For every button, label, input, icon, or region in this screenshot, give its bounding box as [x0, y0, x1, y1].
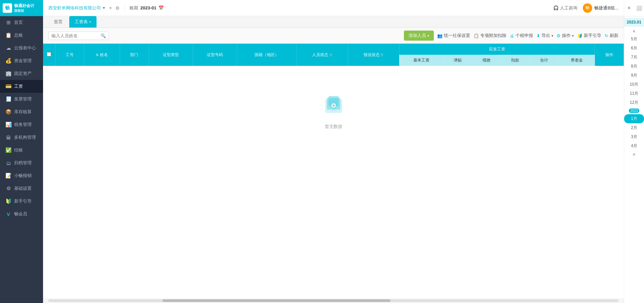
sidebar-item-archive[interactable]: 🗂 归档管理 — [0, 157, 43, 169]
service-button[interactable]: 🎧 人工咨询 — [553, 5, 577, 11]
username: 畅捷通B组... — [594, 5, 618, 11]
empty-icon — [320, 93, 347, 120]
add-person-button[interactable]: 添加人员 ▾ — [404, 31, 434, 41]
month-5[interactable]: 5月 — [624, 35, 644, 44]
filter-icon2[interactable]: ▽ — [381, 53, 383, 57]
sidebar-item-invoice[interactable]: 🧾 发票管理 — [0, 93, 43, 105]
month-9[interactable]: 9月 — [624, 71, 644, 80]
sidebar-item-ledger[interactable]: 📋 总账 — [0, 29, 43, 42]
sidebar-item-settings[interactable]: ⚙ 基础设置 — [0, 182, 43, 195]
guide-button[interactable]: 🔰 新手引导 — [577, 33, 601, 39]
sidebar-item-label: 新手引导 — [14, 198, 32, 204]
sidebar-item-member[interactable]: V 畅会员 — [0, 208, 43, 220]
divider — [124, 5, 125, 11]
cloud-icon: ☁ — [5, 45, 11, 51]
th-action: 操作 — [595, 44, 624, 66]
sidebar-item-guide[interactable]: 🔰 新手引导 — [0, 195, 43, 208]
social-security-button[interactable]: 👥 统一社保设置 — [437, 33, 470, 39]
salary-icon: 💳 — [5, 83, 11, 89]
topbar: 西安虾米网络科技有限公司 ▼ + ⚙ 账期 2023-01 📅 🎧 人工咨询 畅… — [43, 0, 624, 16]
right-panel: × ⬜ 2023.01 ▲ 5月 6月 7月 8月 9月 10月 11月 12月… — [624, 0, 644, 303]
th-total: 合计 — [530, 55, 559, 66]
month-10[interactable]: 10月 — [624, 80, 644, 89]
scrollbar-area[interactable] — [43, 298, 624, 303]
month-11[interactable]: 11月 — [624, 89, 644, 98]
search-box[interactable]: 🔍 — [48, 32, 109, 40]
tab-salary-label: 工资表 — [75, 19, 88, 25]
sidebar-item-multi-org[interactable]: 🏛 多机构管理 — [0, 131, 43, 144]
month-12[interactable]: 12月 — [624, 98, 644, 107]
close-button[interactable]: × — [624, 0, 634, 16]
month-1-current[interactable]: 1月 — [624, 114, 644, 123]
toolbar-right: 添加人员 ▾ 👥 统一社保设置 📋 专项附加扣除 🖨 个税申报 ⬇ 导 — [404, 31, 618, 41]
th-pension: 养老金 — [558, 55, 595, 66]
tab-salary[interactable]: 工资表 × — [69, 16, 97, 28]
add-company-button[interactable]: + — [109, 5, 112, 11]
th-performance: 绩效 — [472, 55, 501, 66]
archive-icon: 🗂 — [5, 160, 11, 166]
sidebar-item-label: 发票管理 — [14, 96, 32, 102]
tab-close-button[interactable]: × — [89, 20, 91, 24]
action-label: 导出 — [541, 33, 550, 39]
sidebar-item-label: 小畅报销 — [14, 173, 32, 179]
guide-icon: 🔰 — [577, 33, 582, 38]
table-container: 工号 ⇅ 姓名 部门 证型类型 证型号码 — [43, 44, 624, 298]
search-input[interactable] — [51, 33, 99, 38]
sidebar-item-label: 归档管理 — [14, 160, 32, 166]
sidebar-item-inventory[interactable]: 📦 库存核算 — [0, 105, 43, 118]
user-menu[interactable]: 畅 畅捷通B组... — [583, 3, 618, 13]
sidebar-item-label: 结账 — [14, 147, 23, 153]
select-all-checkbox[interactable] — [47, 52, 51, 56]
checkout-icon: ✅ — [5, 147, 11, 153]
sidebar-item-tax[interactable]: 📊 税务管理 — [0, 118, 43, 131]
refresh-button[interactable]: ↻ 刷新 — [605, 33, 618, 39]
service-label: 人工咨询 — [560, 5, 577, 11]
sidebar-item-label: 固定资产 — [14, 71, 32, 77]
sort-icon: ⇅ — [96, 53, 99, 57]
guide-icon: 🔰 — [5, 198, 11, 204]
app-logo: 畅 畅通好会计 旗舰版 — [0, 0, 43, 16]
operation-button[interactable]: ⚙ 操作 ▾ — [557, 33, 574, 39]
filter-icon[interactable]: ▽ — [330, 53, 332, 57]
period-label: 账期 — [129, 5, 138, 11]
sidebar-item-fixed-assets[interactable]: 🏢 固定资产 — [0, 67, 43, 80]
sidebar-item-checkout[interactable]: ✅ 结账 — [0, 144, 43, 157]
sidebar-item-fund[interactable]: 💰 资金管理 — [0, 54, 43, 67]
maximize-button[interactable]: ⬜ — [634, 0, 644, 16]
action-label: 个税申报 — [516, 33, 533, 39]
checkbox-header[interactable] — [43, 44, 55, 66]
action-label: 新手引导 — [584, 33, 601, 39]
sidebar-item-home[interactable]: ⊞ 首页 — [0, 16, 43, 29]
sidebar-item-label: 多机构管理 — [14, 134, 36, 140]
salary-table: 工号 ⇅ 姓名 部门 证型类型 证型号码 — [43, 44, 624, 66]
special-deduction-button[interactable]: 📋 专项附加扣除 — [473, 33, 506, 39]
company-settings-icon[interactable]: ⚙ — [115, 5, 120, 11]
dropdown-icon: ▼ — [102, 6, 106, 10]
scrollbar-thumb[interactable] — [162, 299, 390, 302]
scroll-down-button[interactable]: ▼ — [624, 150, 644, 159]
month-6[interactable]: 6月 — [624, 44, 644, 53]
action-label: 统一社保设置 — [444, 33, 470, 39]
tab-home[interactable]: 首页 — [48, 16, 68, 28]
tax-report-button[interactable]: 🖨 个税申报 — [510, 33, 533, 39]
settings-icon: ⚙ — [5, 185, 11, 191]
export-dropdown-icon: ▾ — [552, 34, 553, 38]
sidebar-item-expense[interactable]: 📝 小畅报销 — [0, 169, 43, 182]
sidebar-item-cloud-report[interactable]: ☁ 云报表中心 — [0, 42, 43, 54]
company-selector[interactable]: 西安虾米网络科技有限公司 ▼ — [48, 5, 106, 11]
month-2[interactable]: 2月 — [624, 123, 644, 132]
month-8[interactable]: 8月 — [624, 62, 644, 71]
sidebar-item-label: 税务管理 — [14, 122, 32, 128]
th-cert-number: 证型号码 — [193, 44, 237, 66]
headset-icon: 🎧 — [553, 5, 559, 10]
scroll-up-button[interactable]: ▲ — [624, 27, 644, 35]
month-3[interactable]: 3月 — [624, 132, 644, 141]
calendar-icon[interactable]: 📅 — [158, 5, 164, 10]
action-label: 操作 — [562, 33, 571, 39]
month-7[interactable]: 7月 — [624, 53, 644, 62]
action-label: 刷新 — [610, 33, 618, 39]
sidebar-item-salary[interactable]: 💳 工资 — [0, 80, 43, 93]
month-4[interactable]: 4月 — [624, 141, 644, 150]
ledger-icon: 📋 — [5, 32, 11, 38]
export-button[interactable]: ⬇ 导出 ▾ — [536, 33, 553, 39]
